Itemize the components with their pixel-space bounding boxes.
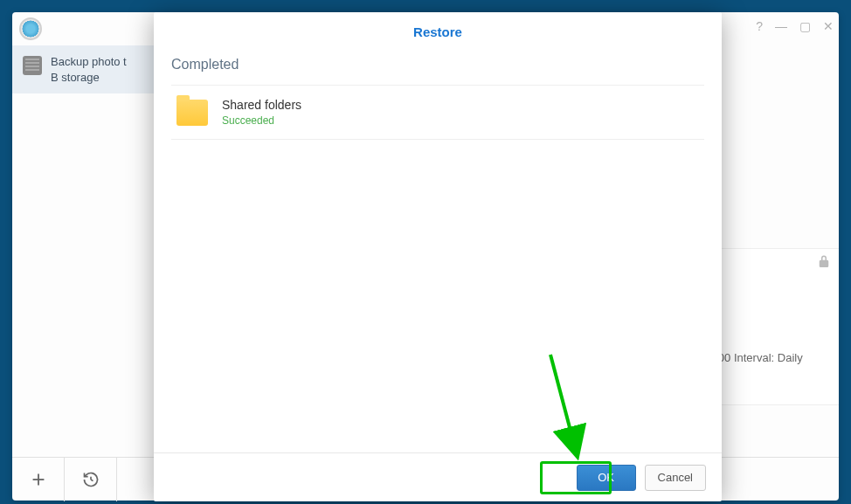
window-controls: ? — ▢ ✕ [756,19,834,33]
ok-button[interactable]: OK [577,465,636,491]
result-row: Shared folders Succeeded [171,86,704,140]
lock-icon [816,254,832,273]
svg-line-3 [91,480,93,481]
schedule-text: 3:00 Interval: Daily [709,351,803,364]
result-name: Shared folders [222,98,301,112]
dialog-footer: OK Cancel [154,452,722,501]
folder-icon [176,100,208,126]
minimize-button[interactable]: — [775,19,787,33]
restore-dialog: Restore Completed Shared folders Succeed… [154,12,722,501]
sidebar-item-label: Backup photo t B storage [51,54,127,85]
dialog-title: Restore [154,12,722,48]
history-button[interactable] [65,458,117,501]
task-icon [23,56,42,75]
section-title: Completed [171,52,704,86]
maximize-button[interactable]: ▢ [799,19,811,33]
dialog-body: Completed Shared folders Succeeded [154,48,722,452]
sidebar: Backup photo t B storage [12,45,163,455]
add-task-button[interactable] [12,458,65,501]
sidebar-item-backup-task[interactable]: Backup photo t B storage [12,45,162,93]
close-button[interactable]: ✕ [823,19,834,33]
cancel-button[interactable]: Cancel [645,465,706,491]
app-icon [19,17,42,40]
result-status: Succeeded [222,114,301,127]
help-button[interactable]: ? [756,19,763,33]
